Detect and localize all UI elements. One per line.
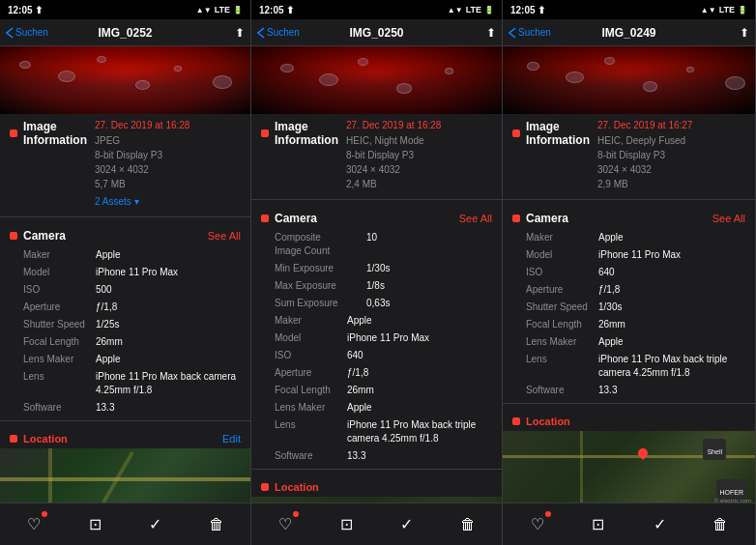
camera-row-maker-1: Maker Apple <box>0 246 250 264</box>
status-icons-2: ▲▼ LTE 🔋 <box>448 5 494 14</box>
camera-btn-2[interactable]: ⊡ <box>331 509 362 540</box>
label-lens-1: Lens <box>23 370 96 384</box>
label-aperture-1: Aperture <box>23 301 96 314</box>
content-scroll-1[interactable]: ImageInformation 27. Dec 2019 at 16:28 J… <box>0 114 250 502</box>
label-lens-3: Lens <box>526 353 598 366</box>
location-left-1: Location <box>10 433 68 445</box>
nav-back-2[interactable]: Suchen <box>257 27 300 39</box>
value-aperture-2: ƒ/1,8 <box>347 366 492 380</box>
divider-loc-2 <box>251 469 502 470</box>
battery-icon-1: 🔋 <box>233 6 243 14</box>
value-lensmaker-1: Apple <box>96 353 241 366</box>
status-icons-1: ▲▼ LTE 🔋 <box>196 5 243 14</box>
composite-row-min: Min Exposure 1/30s <box>251 260 502 277</box>
nav-back-label-2: Suchen <box>267 27 300 38</box>
nav-back-1[interactable]: Suchen <box>6 27 48 39</box>
share-icon-1[interactable]: ⬆ <box>235 26 245 40</box>
composite-row-count: CompositeImage Count 10 <box>251 229 502 260</box>
trash-btn-1[interactable]: 🗑 <box>201 509 232 540</box>
content-scroll-2[interactable]: ImageInformation 27. Dec 2019 at 16:28 H… <box>251 114 502 502</box>
label-focal-1: Focal Length <box>23 335 96 349</box>
content-scroll-3[interactable]: ImageInformation 27. Dec 2019 at 16:27 H… <box>503 114 755 502</box>
signal-icon-2: ▲▼ <box>448 6 463 14</box>
trash-btn-2[interactable]: 🗑 <box>452 509 483 540</box>
label-maker-2: Maker <box>275 314 347 328</box>
label-lensmaker-2: Lens Maker <box>275 401 347 415</box>
heart-btn-3[interactable]: ♡ <box>522 509 553 540</box>
value-lensmaker-3: Apple <box>598 335 745 349</box>
heart-icon-2: ♡ <box>278 515 292 533</box>
photo-thumb-1 <box>0 46 250 114</box>
heart-icon-3: ♡ <box>531 515 544 533</box>
image-profile-1: 8-bit Display P3 <box>95 148 241 162</box>
nav-back-3[interactable]: Suchen <box>509 27 551 39</box>
battery-icon-3: 🔋 <box>738 6 747 14</box>
share-icon-3[interactable]: ⬆ <box>740 26 749 40</box>
location-left-2: Location <box>261 481 319 493</box>
see-all-btn-1[interactable]: See All <box>208 230 241 242</box>
photo-thumb-3 <box>503 46 755 114</box>
camera-btn-3[interactable]: ⊡ <box>583 509 614 540</box>
nav-title-3: IMG_0249 <box>601 26 655 40</box>
value-focal-2: 26mm <box>347 384 492 397</box>
divider-2 <box>251 199 502 200</box>
value-model-3: iPhone 11 Pro Max <box>598 248 745 262</box>
label-lensmaker-1: Lens Maker <box>23 353 96 366</box>
heart-btn-2[interactable]: ♡ <box>270 509 301 540</box>
location-header-2: Location <box>251 473 502 497</box>
label-focal-2: Focal Length <box>275 384 347 397</box>
camera-row-iso-2: ISO 640 <box>251 347 502 364</box>
camera-row-iso-1: ISO 500 <box>0 281 250 299</box>
camera-row-aperture-3: Aperture ƒ/1,8 <box>503 281 755 299</box>
label-lens-2: Lens <box>275 418 347 432</box>
photo-thumb-2 <box>251 46 502 114</box>
map-area-1 <box>0 448 250 502</box>
value-aperture-3: ƒ/1,8 <box>598 283 745 297</box>
value-focal-3: 26mm <box>598 318 745 331</box>
camera-dot-1 <box>10 232 17 240</box>
divider-loc-3 <box>503 403 755 404</box>
label-shutter-1: Shutter Speed <box>23 318 96 331</box>
network-icon-2: LTE <box>466 5 481 14</box>
camera-row-aperture-1: Aperture ƒ/1,8 <box>0 299 250 316</box>
trash-btn-3[interactable]: 🗑 <box>705 509 736 540</box>
composite-row-sum: Sum Exposure 0,63s <box>251 295 502 312</box>
see-all-btn-3[interactable]: See All <box>712 213 745 224</box>
bottom-toolbar-2: ♡ ⊡ ✓ 🗑 <box>251 502 502 545</box>
share-icon-2[interactable]: ⬆ <box>486 26 496 40</box>
value-maker-3: Apple <box>598 231 745 244</box>
check-btn-2[interactable]: ✓ <box>392 509 422 540</box>
camera-row-maker-2: Maker Apple <box>251 312 502 330</box>
divider-1 <box>0 216 250 217</box>
value-iso-2: 640 <box>347 349 492 362</box>
value-lens-2: iPhone 11 Pro Max back triple camera 4.2… <box>347 418 492 445</box>
image-profile-3: 8-bit Display P3 <box>597 148 745 162</box>
value-focal-1: 26mm <box>96 335 241 349</box>
location-header-3: Location <box>503 408 755 431</box>
divider-loc-1 <box>0 420 250 421</box>
location-edit-btn-1[interactable]: Edit <box>222 433 241 445</box>
check-btn-3[interactable]: ✓ <box>644 509 675 540</box>
label-aperture-2: Aperture <box>275 366 347 380</box>
see-all-btn-2[interactable]: See All <box>459 213 492 224</box>
phone-panel-3: 12:05 ⬆ ▲▼ LTE 🔋 Suchen IMG_0249 ⬆ <box>503 0 756 545</box>
status-bar-3: 12:05 ⬆ ▲▼ LTE 🔋 <box>503 0 755 19</box>
status-time-1: 12:05 ⬆ <box>8 5 43 15</box>
camera-row-shutter-3: Shutter Speed 1/30s <box>503 299 755 316</box>
signal-icon-1: ▲▼ <box>196 6 212 14</box>
camera-row-iso-3: ISO 640 <box>503 264 755 281</box>
check-btn-1[interactable]: ✓ <box>140 509 171 540</box>
camera-btn-1[interactable]: ⊡ <box>79 509 110 540</box>
label-composite-count: CompositeImage Count <box>275 231 366 258</box>
label-software-3: Software <box>526 384 598 397</box>
location-header-1: Location Edit <box>0 425 250 448</box>
location-title-2: Location <box>275 481 319 493</box>
camera-dot-3 <box>512 215 520 222</box>
value-maker-1: Apple <box>96 248 241 262</box>
nav-title-2: IMG_0250 <box>349 26 403 40</box>
label-shutter-3: Shutter Speed <box>526 301 598 314</box>
heart-btn-1[interactable]: ♡ <box>18 509 49 540</box>
image-size-1: 5,7 MB <box>95 177 241 191</box>
camera-title-3: Camera <box>526 212 712 225</box>
map-area-2 <box>251 497 502 502</box>
